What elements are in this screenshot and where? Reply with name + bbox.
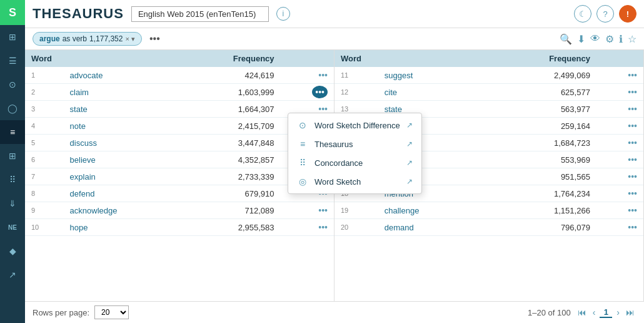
sidebar-item-arrow[interactable]: ↗	[0, 263, 25, 287]
dropdown-item-label: Word Sketch Difference	[314, 121, 400, 130]
row-actions[interactable]: •••	[596, 84, 643, 101]
dropdown-item-thesaurus[interactable]: ≡ Thesaurus ↗	[288, 135, 421, 153]
row-freq: 2,955,583	[178, 219, 281, 236]
row-actions[interactable]: •••	[596, 135, 643, 151]
left-col-word: Word	[25, 50, 178, 67]
row-actions[interactable]: •••	[281, 202, 334, 219]
dropdown-item-word-sketch[interactable]: ◎ Word Sketch ↗	[288, 172, 421, 191]
row-word[interactable]: discuss	[64, 135, 178, 151]
star-icon[interactable]: ☆	[628, 33, 636, 45]
zoom-icon[interactable]: 🔍	[560, 33, 572, 45]
row-actions[interactable]: •••	[596, 185, 643, 202]
row-actions[interactable]: •••	[281, 219, 334, 236]
row-number: 11	[335, 67, 378, 84]
sidebar-item-dashboard[interactable]: ⊞	[0, 25, 25, 49]
dropdown-item-concordance[interactable]: ⠿ Concordance ↗	[288, 153, 421, 172]
table-row: 9 acknowledge 712,089 •••	[25, 202, 334, 219]
prev-page-button[interactable]: ‹	[591, 307, 598, 317]
row-actions[interactable]: •••	[596, 101, 643, 118]
row-more-button[interactable]: •••	[318, 70, 328, 80]
rows-per-page-select[interactable]: 20 50 100	[94, 305, 129, 319]
filter-tag[interactable]: argue as verb 1,177,352 × ▾	[33, 32, 142, 46]
sidebar-logo[interactable]: S	[0, 0, 25, 25]
row-more-button[interactable]: •••	[628, 121, 637, 131]
row-more-button[interactable]: •••	[628, 205, 637, 215]
corpus-selector[interactable]	[131, 6, 269, 22]
row-more-button[interactable]: •••	[628, 87, 637, 97]
filter-word: argue	[39, 34, 60, 43]
dropdown-item-icon: ⊙	[297, 120, 308, 130]
row-more-button[interactable]: •••	[628, 138, 637, 148]
row-freq: 424,619	[178, 67, 281, 84]
row-word[interactable]: hope	[64, 219, 178, 236]
row-word[interactable]: cite	[378, 84, 481, 101]
row-actions[interactable]: •••	[596, 168, 643, 185]
row-freq: 1,664,307	[178, 101, 281, 118]
sidebar-item-download[interactable]: ⇓	[0, 192, 25, 215]
row-word[interactable]: claim	[64, 84, 178, 101]
footer: Rows per page: 20 50 100 1–20 of 100 ⏮ ‹…	[25, 301, 644, 323]
info-icon[interactable]: ℹ	[619, 33, 623, 45]
row-word[interactable]: acknowledge	[64, 202, 178, 219]
sidebar-item-ne[interactable]: NE	[0, 215, 25, 239]
row-word[interactable]: believe	[64, 151, 178, 168]
row-word[interactable]: note	[64, 118, 178, 135]
row-more-button[interactable]: •••	[628, 104, 637, 114]
row-actions[interactable]: •••	[281, 84, 334, 101]
row-freq: 2,733,339	[178, 168, 281, 185]
row-more-button[interactable]: •••	[628, 222, 637, 232]
settings-icon[interactable]: ⚙	[605, 33, 614, 45]
notification-icon[interactable]: !	[619, 5, 636, 23]
sidebar-item-user[interactable]: ◯	[0, 96, 25, 120]
row-actions[interactable]: •••	[596, 151, 643, 168]
row-actions[interactable]: •••	[281, 67, 334, 84]
row-word[interactable]: state	[64, 101, 178, 118]
next-page-button[interactable]: ›	[615, 307, 621, 317]
row-actions[interactable]: •••	[596, 202, 643, 219]
row-word[interactable]: explain	[64, 168, 178, 185]
row-word[interactable]: suggest	[378, 67, 481, 84]
last-page-button[interactable]: ⏭	[624, 307, 636, 317]
row-more-button[interactable]: •••	[628, 155, 637, 165]
sidebar-item-menu-active[interactable]: ≡	[0, 120, 25, 144]
help-icon[interactable]: ?	[596, 5, 614, 23]
row-number: 9	[25, 202, 64, 219]
dropdown-item-icon: ◎	[297, 177, 308, 187]
toolbar-action-icons: 🔍 ⬇ 👁 ⚙ ℹ ☆	[560, 33, 636, 45]
corpus-info-icon[interactable]: i	[276, 7, 290, 21]
eye-icon[interactable]: 👁	[590, 33, 600, 44]
theme-icon[interactable]: ☾	[574, 5, 591, 23]
dropdown-item-word-sketch-difference[interactable]: ⊙ Word Sketch Difference ↗	[288, 116, 421, 135]
row-number: 6	[25, 151, 64, 168]
sidebar-item-dots-grid[interactable]: ⠿	[0, 168, 25, 192]
row-more-button[interactable]: •••	[318, 205, 328, 215]
sidebar-item-diamond[interactable]: ◆	[0, 239, 25, 263]
row-more-button[interactable]: •••	[628, 70, 637, 80]
current-page[interactable]: 1	[600, 307, 612, 318]
row-word[interactable]: advocate	[64, 67, 178, 84]
row-more-button[interactable]: •••	[628, 172, 637, 182]
row-actions[interactable]: •••	[596, 219, 643, 236]
row-actions[interactable]: •••	[596, 67, 643, 84]
row-freq: 1,764,234	[480, 185, 596, 202]
row-word[interactable]: defend	[64, 185, 178, 202]
sidebar-item-list[interactable]: ☰	[0, 49, 25, 73]
row-word[interactable]: challenge	[378, 202, 481, 219]
filter-count: 1,177,352	[89, 34, 123, 43]
filter-remove[interactable]: × ▾	[125, 35, 134, 43]
external-link-icon: ↗	[406, 121, 413, 130]
row-number: 12	[335, 84, 378, 101]
row-freq: 679,910	[178, 185, 281, 202]
more-options-button[interactable]: •••	[147, 33, 163, 44]
rows-per-page-label: Rows per page:	[33, 308, 89, 317]
row-more-button[interactable]: •••	[628, 188, 637, 198]
row-more-button[interactable]: •••	[312, 86, 328, 98]
download-icon[interactable]: ⬇	[577, 33, 585, 45]
sidebar-item-search[interactable]: ⊙	[0, 73, 25, 96]
first-page-button[interactable]: ⏮	[576, 307, 588, 317]
sidebar-item-grid[interactable]: ⊞	[0, 144, 25, 168]
row-word[interactable]: demand	[378, 219, 481, 236]
row-number: 4	[25, 118, 64, 135]
row-actions[interactable]: •••	[596, 118, 643, 135]
row-more-button[interactable]: •••	[318, 222, 328, 232]
